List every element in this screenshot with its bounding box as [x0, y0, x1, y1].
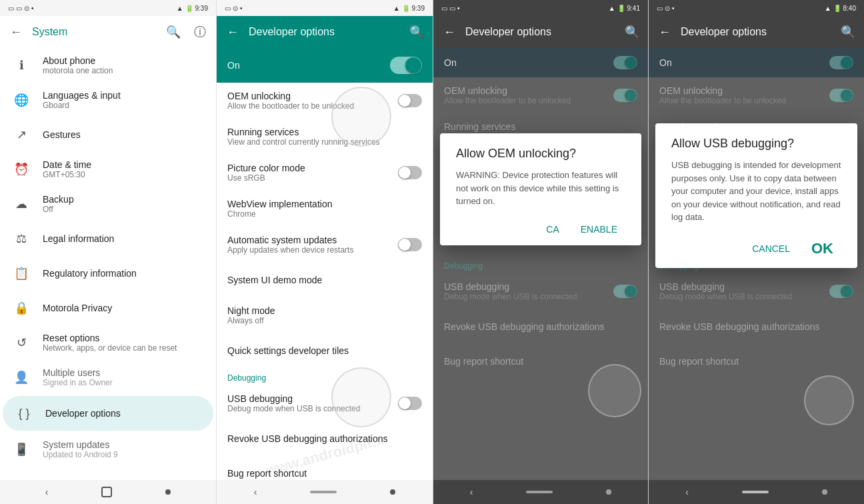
search-icon-middle[interactable]: 🔍 [406, 21, 427, 43]
about-phone-icon: ℹ [11, 55, 32, 76]
nav-recent-r2[interactable] [822, 489, 827, 495]
revoke-row-r1[interactable]: Revoke USB debugging authorizations [433, 309, 648, 344]
bug-row-r2[interactable]: Bug report shortcut [649, 344, 864, 379]
wifi-icon: ▲ [177, 5, 183, 12]
usb-debugging-row[interactable]: USB debugging Debug mode when USB is con… [217, 385, 433, 421]
usb-debugging-sub: Debug mode when USB is connected [227, 404, 398, 413]
dev-settings-list-middle: OEM unlocking Allow the bootloader to be… [217, 83, 433, 480]
sidebar-item-system-updates[interactable]: 📱 System updates Updated to Android 9 [0, 432, 216, 467]
sidebar-item-datetime[interactable]: ⏰ Date & time GMT+05:30 [0, 152, 216, 187]
usb-row-r1[interactable]: USB debugging Debug mode when USB is con… [433, 273, 648, 309]
gestures-icon: ↗ [11, 124, 32, 145]
oem-toggle-r2[interactable] [829, 89, 853, 102]
back-icon-r1[interactable]: ← [439, 21, 460, 43]
usb-toggle-r1[interactable] [613, 285, 637, 298]
sidebar-item-about-phone[interactable]: ℹ About phone motorola one action [0, 48, 216, 83]
dev-on-row-r2[interactable]: On [649, 48, 864, 77]
auto-updates-toggle[interactable] [398, 238, 422, 251]
running-label-r1: Running services [444, 121, 637, 132]
nav-recent-left[interactable] [165, 489, 171, 495]
usb-debug-toggle[interactable] [398, 397, 422, 410]
oem-toggle-r1[interactable] [613, 89, 637, 102]
usb-toggle-r2[interactable] [829, 285, 853, 298]
nav-back-middle[interactable]: ‹ [254, 487, 257, 497]
usb-dialog-actions: Cancel OK [671, 235, 841, 263]
revoke-usb-row[interactable]: Revoke USB debugging authorizations [217, 421, 433, 456]
back-icon-r2[interactable]: ← [654, 21, 675, 43]
search-icon-left[interactable]: 🔍 [163, 21, 184, 43]
picture-color-row[interactable]: Picture color mode Use sRGB [217, 155, 433, 191]
webview-label: WebView implementation [227, 199, 422, 209]
nav-back-r2[interactable]: ‹ [685, 487, 689, 497]
nav-recent-middle[interactable] [390, 489, 395, 495]
reset-label: Reset options [43, 333, 177, 343]
sidebar-item-languages[interactable]: 🌐 Languages & input Gboard [0, 83, 216, 117]
usb-dialog-title: Allow USB debugging? [671, 137, 841, 151]
auto-updates-sub: Apply updates when device restarts [227, 245, 398, 255]
reset-icon: ↺ [11, 332, 32, 353]
oem-cancel-btn[interactable]: Ca [538, 219, 567, 240]
nav-home-left[interactable] [101, 487, 112, 497]
search-icon-r1[interactable]: 🔍 [621, 21, 643, 43]
dev-on-row-r1[interactable]: On [433, 48, 648, 77]
revoke-usb-label: Revoke USB debugging authorizations [227, 433, 422, 444]
nav-home-middle[interactable] [310, 491, 337, 493]
sidebar-item-gestures[interactable]: ↗ Gestures [0, 117, 216, 152]
running-services-row[interactable]: Running services View and control curren… [217, 119, 433, 155]
night-mode-row[interactable]: Night mode Always off [217, 297, 433, 333]
quick-settings-row[interactable]: Quick settings developer tiles [217, 333, 433, 368]
back-icon-middle[interactable]: ← [222, 21, 243, 43]
oem-label-r2: OEM unlocking [659, 85, 829, 96]
sidebar-item-backup[interactable]: ☁ Backup Off [0, 187, 216, 221]
sidebar-item-regulatory[interactable]: 📋 Regulatory information [0, 256, 216, 291]
help-icon-left[interactable]: ⓘ [189, 21, 211, 43]
time-r1: 9:41 [627, 5, 640, 12]
auto-updates-row[interactable]: Automatic system updates Apply updates w… [217, 227, 433, 263]
back-icon-left[interactable]: ← [5, 21, 27, 43]
picture-color-sub: Use sRGB [227, 173, 398, 183]
revoke-row-r2[interactable]: Revoke USB debugging authorizations [649, 309, 864, 344]
picture-color-toggle[interactable] [398, 166, 422, 179]
sidebar-item-developer[interactable]: { } Developer options [3, 396, 213, 431]
status-bar-middle: ▭ ⊙ • ▲ 🔋 9:39 [217, 0, 433, 16]
nav-back-left[interactable]: ‹ [45, 487, 49, 497]
legal-icon: ⚖ [11, 228, 32, 249]
nav-home-r1[interactable] [526, 491, 553, 493]
sidebar-item-reset[interactable]: ↺ Reset options Network, apps, or device… [0, 325, 216, 360]
dev-toggle-r1[interactable] [613, 56, 637, 69]
sidebar-item-users[interactable]: 👤 Multiple users Signed in as Owner [0, 360, 216, 395]
sidebar-item-legal[interactable]: ⚖ Legal information [0, 221, 216, 256]
usb-row-r2[interactable]: USB debugging Debug mode when USB is con… [649, 273, 864, 309]
usb-cancel-btn[interactable]: Cancel [744, 235, 798, 263]
oem-unlocking-row[interactable]: OEM unlocking Allow the bootloader to be… [217, 83, 433, 119]
notif-r1: ▭ [441, 5, 447, 12]
oem-row-r2[interactable]: OEM unlocking Allow the bootloader to be… [649, 77, 864, 113]
dev-on-label-r1: On [444, 57, 457, 68]
wifi-icon-m: ▲ [393, 5, 400, 12]
bug-report-row[interactable]: Bug report shortcut [217, 456, 433, 480]
webview-row[interactable]: WebView implementation Chrome [217, 191, 433, 227]
oem-toggle[interactable] [398, 94, 422, 107]
oem-row-r1[interactable]: OEM unlocking Allow the bootloader to be… [433, 77, 648, 113]
dev-master-toggle[interactable] [390, 57, 422, 74]
ui-demo-row[interactable]: System UI demo mode [217, 263, 433, 297]
oem-enable-btn[interactable]: Enable [573, 219, 625, 240]
bug-row-r1[interactable]: Bug report shortcut [433, 344, 648, 379]
dev-on-toggle-row[interactable]: On [217, 48, 433, 83]
usb-ok-btn[interactable]: OK [803, 235, 841, 263]
backup-label: Backup [43, 194, 74, 205]
oem-sub-r2: Allow the bootloader to be unlocked [659, 96, 829, 105]
search-icon-r2[interactable]: 🔍 [837, 21, 859, 43]
nav-back-r1[interactable]: ‹ [470, 487, 473, 497]
nav-bar-r1: ‹ [433, 480, 648, 504]
dev-on-label-r2: On [659, 57, 672, 68]
sidebar-item-motorola-privacy[interactable]: 🔒 Motorola Privacy [0, 291, 216, 325]
datetime-sublabel: GMT+05:30 [43, 170, 91, 179]
nav-recent-r1[interactable] [606, 489, 611, 495]
time-r2: 8:40 [843, 5, 856, 12]
battery-icon: 🔋 [185, 5, 193, 12]
wifi-r2: ▲ [825, 5, 831, 12]
dev-toggle-r2[interactable] [829, 56, 853, 69]
status-icons-middle: ▭ ⊙ • [225, 5, 243, 12]
nav-home-r2[interactable] [742, 491, 769, 493]
